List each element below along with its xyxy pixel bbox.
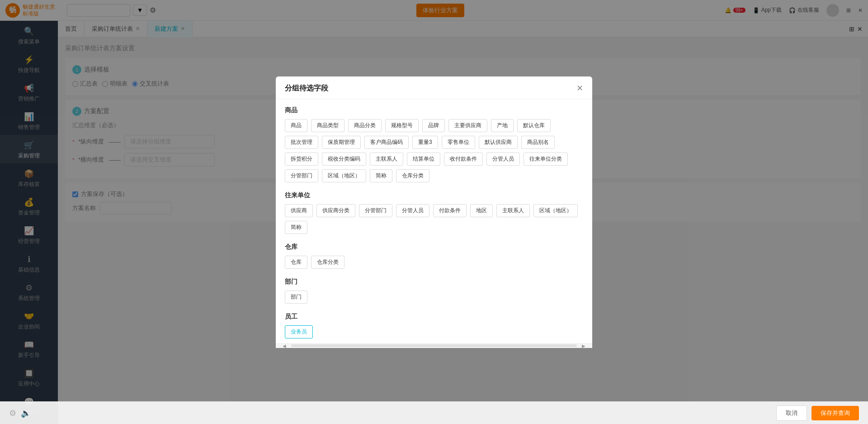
tag-goods-item-24[interactable]: 简称 <box>370 169 392 182</box>
page-footer: ⚙ 🔈 取消 保存并查询 <box>0 401 868 424</box>
section-employee: 员工 业务员 <box>285 313 583 338</box>
tag-contact-1[interactable]: 供应商分类 <box>316 204 355 217</box>
tag-goods-item-23[interactable]: 区域（地区） <box>322 169 366 182</box>
section-goods: 商品 商品 商品类型 商品分类 规格型号 品牌 主要供应商 产地 默认仓库 批次… <box>285 106 583 182</box>
tag-goods-item-21[interactable]: 往来单位分类 <box>524 152 568 166</box>
section-dept: 部门 部门 <box>285 278 583 304</box>
section-contacts-title: 往来单位 <box>285 191 583 200</box>
tag-contact-8[interactable]: 简称 <box>285 221 307 234</box>
tag-goods-item-20[interactable]: 分管人员 <box>486 152 520 166</box>
tag-goods-item-1[interactable]: 商品类型 <box>311 119 344 132</box>
section-employee-title: 员工 <box>285 313 583 321</box>
section-goods-tags: 商品 商品类型 商品分类 规格型号 品牌 主要供应商 产地 默认仓库 批次管理 … <box>285 119 583 182</box>
modal-title: 分组待选字段 <box>285 84 328 93</box>
tag-goods-item-12[interactable]: 零售单位 <box>442 136 475 149</box>
tag-goods-item-10[interactable]: 客户商品编码 <box>364 136 409 149</box>
modal-hscroll-track <box>291 344 577 347</box>
modal-header: 分组待选字段 ✕ <box>276 76 592 99</box>
tag-contact-0[interactable]: 供应商 <box>285 204 313 217</box>
tag-warehouse-1[interactable]: 仓库分类 <box>311 256 344 269</box>
section-dept-title: 部门 <box>285 278 583 286</box>
section-warehouse-tags: 仓库 仓库分类 <box>285 256 583 269</box>
tag-goods-item-0[interactable]: 商品 <box>285 119 307 132</box>
tag-contact-7[interactable]: 区域（地区） <box>533 204 578 217</box>
tag-goods-item-9[interactable]: 保质期管理 <box>322 136 361 149</box>
section-contacts-tags: 供应商 供应商分类 分管部门 分管人员 付款条件 地区 主联系人 区域（地区） … <box>285 204 583 234</box>
footer-audio-icon[interactable]: 🔈 <box>21 408 31 418</box>
tag-goods-item-17[interactable]: 主联系人 <box>370 152 403 166</box>
modal-close-btn[interactable]: ✕ <box>576 84 583 92</box>
tag-contact-6[interactable]: 主联系人 <box>496 204 530 217</box>
tag-goods-item-19[interactable]: 收付款条件 <box>444 152 483 166</box>
section-dept-tags: 部门 <box>285 291 583 304</box>
tag-contact-2[interactable]: 分管部门 <box>359 204 392 217</box>
tag-contact-3[interactable]: 分管人员 <box>396 204 429 217</box>
section-contacts: 往来单位 供应商 供应商分类 分管部门 分管人员 付款条件 地区 主联系人 区域… <box>285 191 583 234</box>
section-warehouse: 仓库 仓库 仓库分类 <box>285 243 583 269</box>
tag-contact-4[interactable]: 付款条件 <box>433 204 467 217</box>
tag-goods-item-11[interactable]: 重量3 <box>412 136 438 149</box>
footer-settings-icon[interactable]: ⚙ <box>9 408 16 418</box>
modal-body: 商品 商品 商品类型 商品分类 规格型号 品牌 主要供应商 产地 默认仓库 批次… <box>276 99 592 343</box>
tag-goods-item-8[interactable]: 批次管理 <box>285 136 318 149</box>
tag-goods-item-16[interactable]: 税收分类编码 <box>322 152 366 166</box>
tag-goods-item-5[interactable]: 主要供应商 <box>448 119 487 132</box>
tag-goods-item-6[interactable]: 产地 <box>491 119 514 132</box>
section-goods-title: 商品 <box>285 106 583 114</box>
section-warehouse-title: 仓库 <box>285 243 583 251</box>
tag-goods-item-14[interactable]: 商品别名 <box>521 136 555 149</box>
section-employee-tags: 业务员 <box>285 325 583 338</box>
tag-goods-item-3[interactable]: 规格型号 <box>385 119 419 132</box>
tag-goods-item-7[interactable]: 默认仓库 <box>517 119 551 132</box>
tag-goods-item-2[interactable]: 商品分类 <box>348 119 382 132</box>
tag-goods-item-25[interactable]: 仓库分类 <box>396 169 429 182</box>
tag-goods-item-4[interactable]: 品牌 <box>422 119 445 132</box>
tag-warehouse-0[interactable]: 仓库 <box>285 256 307 269</box>
tag-goods-item-13[interactable]: 默认供应商 <box>479 136 518 149</box>
tag-dept-0[interactable]: 部门 <box>285 291 307 304</box>
save-button[interactable]: 保存并查询 <box>811 406 859 420</box>
modal: 分组待选字段 ✕ 商品 商品 商品类型 商品分类 规格型号 品牌 主要供应商 产… <box>276 76 592 348</box>
cancel-button[interactable]: 取消 <box>776 405 807 421</box>
tag-goods-item-18[interactable]: 结算单位 <box>407 152 440 166</box>
tag-goods-item-22[interactable]: 分管部门 <box>285 169 318 182</box>
tag-employee-0[interactable]: 业务员 <box>285 325 313 338</box>
tag-contact-5[interactable]: 地区 <box>470 204 493 217</box>
tag-goods-item-15[interactable]: 拆货积分 <box>285 152 318 166</box>
modal-hscroll[interactable]: ◀ ▶ <box>276 343 592 348</box>
modal-overlay: 分组待选字段 ✕ 商品 商品 商品类型 商品分类 规格型号 品牌 主要供应商 产… <box>0 0 868 424</box>
